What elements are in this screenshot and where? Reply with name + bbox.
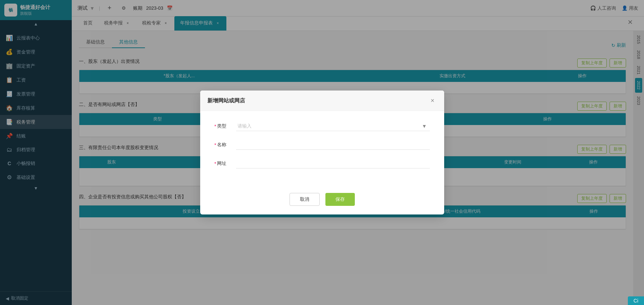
dialog-title: 新增网站或网店 — [207, 97, 245, 104]
url-input[interactable] — [236, 158, 430, 168]
type-input[interactable] — [236, 121, 430, 131]
required-star-type: * — [215, 124, 216, 129]
required-star-url: * — [215, 161, 216, 166]
dialog-body: * 类型 ▼ * 名称 * — [200, 111, 444, 187]
form-row-name: * 名称 — [215, 140, 430, 150]
name-input[interactable] — [236, 140, 430, 150]
form-name-wrap — [236, 140, 430, 150]
required-star-name: * — [215, 142, 216, 148]
form-label-name: * 名称 — [215, 142, 236, 148]
bottom-ci-badge: Ci — [628, 296, 644, 305]
form-label-url: * 网址 — [215, 160, 236, 167]
form-type-wrap: ▼ — [236, 121, 430, 131]
dialog-close-button[interactable]: × — [428, 96, 437, 105]
form-row-url: * 网址 — [215, 158, 430, 168]
form-url-wrap — [236, 158, 430, 168]
dialog-add-website: 新增网站或网店 × * 类型 ▼ * 名称 — [200, 91, 444, 214]
dialog-overlay: 新增网站或网店 × * 类型 ▼ * 名称 — [0, 0, 644, 305]
dialog-header: 新增网站或网店 × — [200, 91, 444, 111]
cancel-button[interactable]: 取消 — [290, 193, 320, 206]
form-row-type: * 类型 ▼ — [215, 121, 430, 131]
form-label-type: * 类型 — [215, 123, 236, 129]
dialog-footer: 取消 保存 — [200, 187, 444, 214]
save-button[interactable]: 保存 — [325, 193, 355, 206]
